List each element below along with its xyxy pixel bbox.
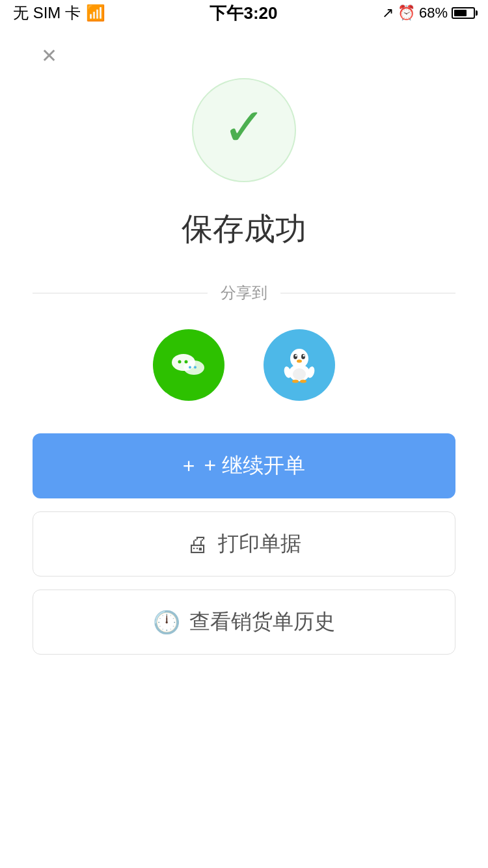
share-label: 分享到 xyxy=(221,282,267,303)
svg-point-11 xyxy=(297,360,302,363)
svg-point-2 xyxy=(178,360,182,364)
qq-share-button[interactable] xyxy=(264,329,335,401)
location-icon: ↗ xyxy=(382,5,394,21)
svg-point-10 xyxy=(303,355,305,357)
status-right: ↗ ⏰ 68% xyxy=(382,5,475,21)
svg-point-5 xyxy=(194,366,197,369)
print-button[interactable]: 🖨 打印单据 xyxy=(33,511,455,576)
status-bar: 无 SIM 卡 📶 下午3:20 ↗ ⏰ 68% xyxy=(0,0,488,26)
svg-point-9 xyxy=(295,355,297,357)
svg-point-4 xyxy=(189,366,191,369)
status-left: 无 SIM 卡 📶 xyxy=(13,3,105,23)
continue-label: + 继续开单 xyxy=(204,452,306,480)
battery-icon xyxy=(452,7,475,19)
main-content: ✓ 保存成功 分享到 xyxy=(0,26,488,655)
close-icon: ✕ xyxy=(41,44,57,67)
svg-point-16 xyxy=(292,380,299,383)
status-time: 下午3:20 xyxy=(210,2,277,25)
continue-button[interactable]: + + 继续开单 xyxy=(33,433,455,498)
history-label: 查看销货单历史 xyxy=(189,608,335,636)
svg-point-17 xyxy=(300,380,306,383)
svg-point-3 xyxy=(185,360,188,364)
qq-icon xyxy=(278,344,320,386)
share-icons xyxy=(33,329,455,401)
battery-fill xyxy=(454,10,467,16)
battery-indicator xyxy=(452,7,475,19)
battery-percent: 68% xyxy=(419,5,448,21)
alarm-icon: ⏰ xyxy=(398,5,415,21)
wechat-icon xyxy=(168,344,210,386)
success-circle: ✓ xyxy=(192,78,296,182)
success-title: 保存成功 xyxy=(182,208,306,250)
sim-status: 无 SIM 卡 xyxy=(13,3,81,23)
share-section: 分享到 xyxy=(0,282,488,401)
print-label: 打印单据 xyxy=(218,530,301,558)
printer-icon: 🖨 xyxy=(187,532,209,557)
history-button[interactable]: 🕛 查看销货单历史 xyxy=(33,590,455,655)
svg-point-7 xyxy=(293,354,297,359)
action-buttons: + + 继续开单 🖨 打印单据 🕛 查看销货单历史 xyxy=(0,433,488,655)
svg-point-13 xyxy=(293,368,306,380)
wifi-icon: 📶 xyxy=(86,4,105,22)
history-icon: 🕛 xyxy=(153,609,180,635)
close-button[interactable]: ✕ xyxy=(33,39,65,72)
share-divider: 分享到 xyxy=(33,282,455,303)
plus-icon: + xyxy=(183,454,195,478)
wechat-share-button[interactable] xyxy=(153,329,224,401)
svg-point-8 xyxy=(301,354,305,359)
checkmark-icon: ✓ xyxy=(223,102,266,154)
